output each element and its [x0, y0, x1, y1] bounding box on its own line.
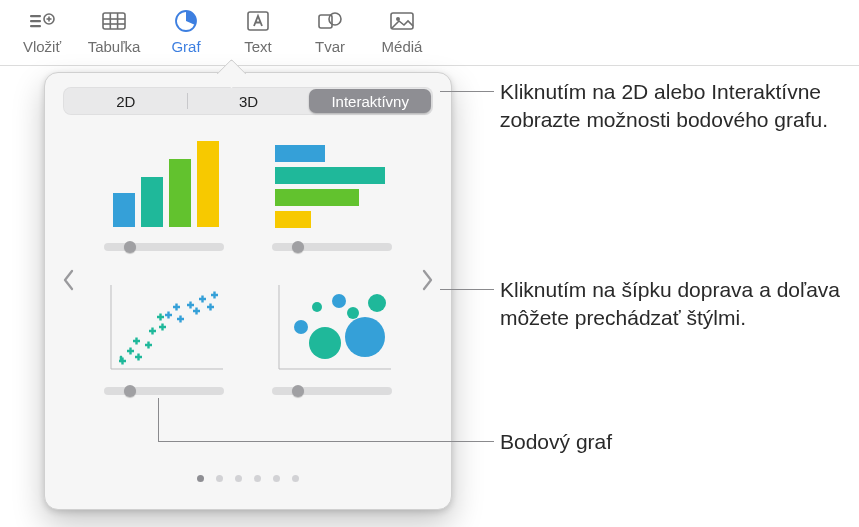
callout-scatter: Bodový graf [500, 428, 612, 456]
svg-rect-18 [141, 177, 163, 227]
prev-style-arrow[interactable] [57, 261, 79, 299]
chart-previews-area [63, 133, 433, 463]
media-icon [366, 6, 438, 36]
segment-2d[interactable]: 2D [65, 89, 187, 113]
shape-icon [294, 6, 366, 36]
insert-icon [6, 6, 78, 36]
toolbar-item-text[interactable]: Text [222, 6, 294, 55]
slider-thumb[interactable] [292, 385, 304, 397]
preview-slider[interactable] [272, 387, 392, 395]
toolbar-item-shape[interactable]: Tvar [294, 6, 366, 55]
svg-point-14 [329, 13, 341, 25]
toolbar-label: Tabuľka [78, 38, 150, 55]
bubble-chart-thumb [267, 277, 397, 377]
callout-text: Bodový graf [500, 430, 612, 453]
toolbar-item-table[interactable]: Tabuľka [78, 6, 150, 55]
page-dot[interactable] [197, 475, 204, 482]
svg-rect-0 [30, 15, 41, 17]
svg-point-34 [332, 294, 346, 308]
toolbar: Vložiť Tabuľka Graf [0, 0, 859, 55]
svg-point-32 [312, 302, 322, 312]
toolbar-label: Graf [150, 38, 222, 55]
preview-slider[interactable] [272, 243, 392, 251]
svg-rect-20 [197, 141, 219, 227]
slider-thumb[interactable] [124, 241, 136, 253]
preview-column-chart[interactable] [95, 133, 233, 251]
scatter-chart-thumb [99, 277, 229, 377]
svg-rect-2 [30, 25, 41, 27]
callout-connector [158, 398, 159, 441]
svg-rect-21 [275, 145, 325, 162]
callout-tabs: Kliknutím na 2D alebo Interaktívne zobra… [500, 78, 859, 135]
column-chart-thumb [99, 133, 229, 233]
slider-thumb[interactable] [124, 385, 136, 397]
toolbar-item-insert[interactable]: Vložiť [6, 6, 78, 55]
page-dots[interactable] [63, 475, 433, 482]
bar-chart-thumb [267, 133, 397, 233]
preview-slider[interactable] [104, 387, 224, 395]
callout-text: Kliknutím na 2D alebo Interaktívne zobra… [500, 80, 828, 131]
preview-bubble-chart[interactable] [263, 277, 401, 395]
page-dot[interactable] [273, 475, 280, 482]
svg-rect-17 [113, 193, 135, 227]
toolbar-item-media[interactable]: Médiá [366, 6, 438, 55]
svg-point-31 [294, 320, 308, 334]
toolbar-label: Tvar [294, 38, 366, 55]
toolbar-label: Médiá [366, 38, 438, 55]
page-dot[interactable] [235, 475, 242, 482]
page-dot[interactable] [254, 475, 261, 482]
text-icon [222, 6, 294, 36]
chart-icon [150, 6, 222, 36]
table-icon [78, 6, 150, 36]
svg-rect-24 [275, 211, 311, 228]
svg-rect-19 [169, 159, 191, 227]
svg-rect-22 [275, 167, 385, 184]
next-style-arrow[interactable] [417, 261, 439, 299]
segment-interactive[interactable]: Interaktívny [309, 89, 431, 113]
preview-slider[interactable] [104, 243, 224, 251]
svg-rect-1 [30, 20, 41, 22]
svg-rect-6 [103, 13, 125, 29]
page-dot[interactable] [216, 475, 223, 482]
svg-rect-23 [275, 189, 359, 206]
chart-type-segmented-control: 2D 3D Interaktívny [63, 87, 433, 115]
chart-popover: 2D 3D Interaktívny [44, 72, 452, 510]
svg-point-36 [345, 317, 385, 357]
toolbar-label: Text [222, 38, 294, 55]
preview-bar-chart[interactable] [263, 133, 401, 251]
svg-point-35 [347, 307, 359, 319]
preview-scatter-chart[interactable] [95, 277, 233, 395]
toolbar-divider [0, 65, 859, 66]
svg-point-33 [309, 327, 341, 359]
toolbar-item-chart[interactable]: Graf [150, 6, 222, 55]
page-dot[interactable] [292, 475, 299, 482]
slider-thumb[interactable] [292, 241, 304, 253]
toolbar-label: Vložiť [6, 38, 78, 55]
svg-point-37 [368, 294, 386, 312]
callout-text: Kliknutím na šípku doprava a doľava môže… [500, 278, 840, 329]
segment-3d[interactable]: 3D [188, 89, 310, 113]
callout-arrows: Kliknutím na šípku doprava a doľava môže… [500, 276, 859, 333]
